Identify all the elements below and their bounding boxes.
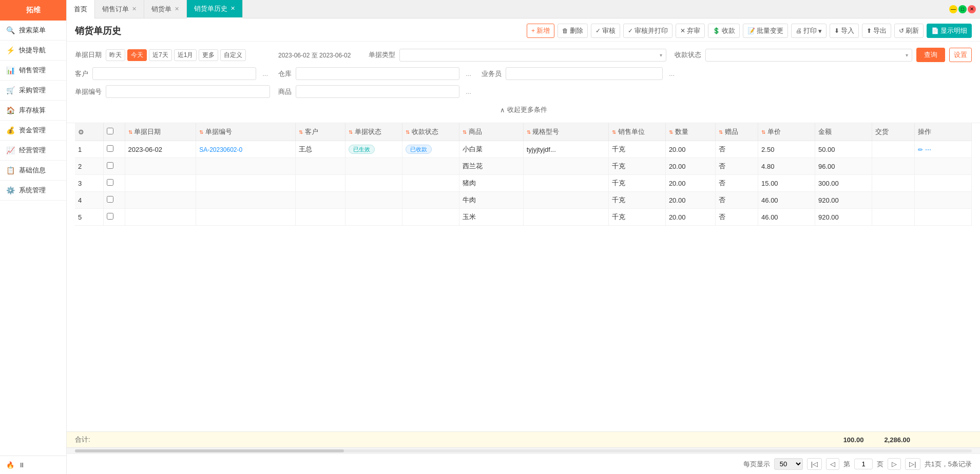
collapse-conditions-btn[interactable]: ∧ 收起更多条件 <box>75 103 972 116</box>
batch-change-button[interactable]: 📝 批量变更 <box>743 24 788 38</box>
actions[interactable] <box>914 175 971 192</box>
new-button[interactable]: + 新增 <box>527 24 554 38</box>
actions[interactable] <box>914 192 971 209</box>
last-page-btn[interactable]: ▷| <box>905 458 920 470</box>
tab-sales-order-close[interactable]: ✕ <box>132 6 137 12</box>
date-more-btn[interactable]: 更多 <box>199 49 218 61</box>
customer-input[interactable] <box>92 67 256 80</box>
doc-date <box>125 192 196 209</box>
th-unit[interactable]: ⇅ 销售单位 <box>609 123 666 141</box>
collect-status-select[interactable] <box>705 49 913 62</box>
date-1month-btn[interactable]: 近1月 <box>174 49 197 61</box>
show-detail-button[interactable]: 📄 显示明细 <box>927 24 972 38</box>
row-checkbox[interactable] <box>103 158 125 175</box>
salesperson-ellipsis-btn[interactable]: ... <box>667 69 677 78</box>
sidebar-item-search-menu[interactable]: 🔍 搜索菜单 <box>0 21 66 41</box>
doc-no-link[interactable]: SA-20230602-0 <box>199 146 242 153</box>
sidebar-item-sys-mgmt[interactable]: ⚙️ 系统管理 <box>0 181 66 201</box>
th-quantity[interactable]: ⇅ 数量 <box>665 123 715 141</box>
actions[interactable]: ✏⋯ <box>914 141 971 158</box>
warehouse-ellipsis-btn[interactable]: ... <box>464 69 473 78</box>
actions[interactable] <box>914 158 971 175</box>
more-action[interactable]: ⋯ <box>925 146 931 153</box>
select-all-checkbox[interactable] <box>107 128 113 134</box>
print-button[interactable]: 🖨 打印 ▾ <box>791 24 827 38</box>
audit-print-button[interactable]: ✓ 审核并打印 <box>623 24 672 38</box>
th-doc-status[interactable]: ⇅ 单据状态 <box>345 123 402 141</box>
import-button[interactable]: ⬇ 导入 <box>830 24 859 38</box>
tab-sales-history[interactable]: 销货单历史 ✕ <box>187 0 243 18</box>
th-checkbox[interactable] <box>103 123 125 141</box>
minimize-button[interactable]: — <box>949 5 957 13</box>
row-checkbox[interactable] <box>103 192 125 209</box>
next-page-btn[interactable]: ▷ <box>888 458 901 470</box>
tab-sales-goods-close[interactable]: ✕ <box>175 6 179 12</box>
th-doc-date[interactable]: ⇅ 单据日期 <box>125 123 196 141</box>
row-checkbox[interactable] <box>107 213 113 220</box>
date-today-btn[interactable]: 今天 <box>127 49 147 61</box>
th-transaction: 交货 <box>872 123 914 141</box>
per-page-select[interactable]: 50 100 200 <box>774 458 803 470</box>
th-goods[interactable]: ⇅ 商品 <box>459 123 523 141</box>
refresh-button[interactable]: ↺ 刷新 <box>894 24 924 38</box>
maximize-button[interactable]: □ <box>958 5 967 13</box>
goods-input[interactable] <box>296 85 459 98</box>
first-page-btn[interactable]: |◁ <box>807 458 822 470</box>
doc-type-select[interactable] <box>399 49 666 62</box>
th-spec[interactable]: ⇅ 规格型号 <box>523 123 608 141</box>
horizontal-scrollbar[interactable] <box>67 447 980 453</box>
sidebar-item-label: 经营管理 <box>19 146 46 155</box>
date-custom-btn[interactable]: 自定义 <box>220 49 246 61</box>
sidebar-item-inventory[interactable]: 🏠 库存核算 <box>0 101 66 121</box>
prev-page-btn[interactable]: ◁ <box>826 458 839 470</box>
page-input[interactable] <box>854 459 873 469</box>
delete-button[interactable]: 🗑 删除 <box>558 24 588 38</box>
scrollbar-thumb[interactable] <box>75 449 344 452</box>
export-icon: ⬆ <box>867 27 872 34</box>
sidebar-fire-icon[interactable]: 🔥 <box>6 461 14 469</box>
goods-ellipsis-btn[interactable]: ... <box>464 87 473 96</box>
sidebar-item-sales-mgmt[interactable]: 📊 销售管理 <box>0 61 66 81</box>
edit-action[interactable]: ✏ <box>918 146 923 153</box>
th-customer[interactable]: ⇅ 客户 <box>296 123 345 141</box>
collect-button[interactable]: 💲 收款 <box>708 24 740 38</box>
sidebar-item-purchase-mgmt[interactable]: 🛒 采购管理 <box>0 81 66 101</box>
tab-home[interactable]: 首页 <box>67 0 95 18</box>
doc-no[interactable]: SA-20230602-0 <box>196 141 296 158</box>
th-unit-price[interactable]: ⇅ 单价 <box>758 123 815 141</box>
date-7days-btn[interactable]: 近7天 <box>149 49 172 61</box>
audit-button[interactable]: ✓ 审核 <box>591 24 620 38</box>
row-checkbox[interactable] <box>107 196 113 203</box>
th-gift[interactable]: ⇅ 赠品 <box>715 123 758 141</box>
row-checkbox[interactable] <box>107 179 113 186</box>
query-button[interactable]: 查询 <box>916 48 945 62</box>
doc-no-input[interactable] <box>106 85 270 98</box>
quick-nav-icon: ⚡ <box>6 46 15 54</box>
tab-sales-history-close[interactable]: ✕ <box>230 5 235 12</box>
row-checkbox[interactable] <box>103 175 125 192</box>
sidebar-item-label: 销售管理 <box>19 66 46 75</box>
row-checkbox[interactable] <box>107 145 113 152</box>
customer-ellipsis-btn[interactable]: ... <box>260 69 270 78</box>
sidebar-item-finance[interactable]: 💰 资金管理 <box>0 121 66 141</box>
sidebar-item-base-info[interactable]: 📋 基础信息 <box>0 161 66 181</box>
warehouse-input[interactable] <box>296 67 459 80</box>
abandon-button[interactable]: ✕ 弃审 <box>676 24 705 38</box>
export-button[interactable]: ⬆ 导出 <box>862 24 891 38</box>
actions[interactable] <box>914 209 971 226</box>
sidebar-pause-icon[interactable]: ⏸ <box>18 461 25 469</box>
row-checkbox[interactable] <box>103 209 125 226</box>
tab-sales-order[interactable]: 销售订单 ✕ <box>95 0 144 18</box>
salesperson-input[interactable] <box>506 67 663 80</box>
sidebar-item-ops-mgmt[interactable]: 📈 经营管理 <box>0 141 66 161</box>
date-yesterday-btn[interactable]: 昨天 <box>106 49 125 61</box>
row-checkbox[interactable] <box>103 141 125 158</box>
row-checkbox[interactable] <box>107 162 113 169</box>
tab-sales-goods[interactable]: 销货单 ✕ <box>144 0 187 18</box>
th-doc-no[interactable]: ⇅ 单据编号 <box>196 123 296 141</box>
close-window-button[interactable]: ✕ <box>968 5 976 13</box>
sidebar-item-quick-nav[interactable]: ⚡ 快捷导航 <box>0 41 66 61</box>
th-settings[interactable]: ⚙ <box>75 123 103 141</box>
th-collect-status[interactable]: ⇅ 收款状态 <box>402 123 459 141</box>
settings-button[interactable]: 设置 <box>949 48 972 62</box>
